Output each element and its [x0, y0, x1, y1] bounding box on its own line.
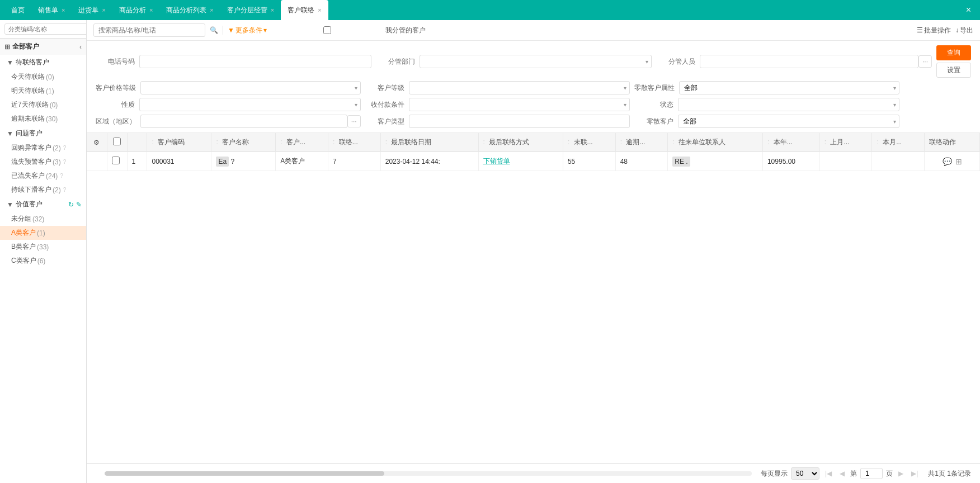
- phone-input[interactable]: [139, 55, 371, 68]
- pending-contact-group[interactable]: ▼ 待联络客户: [0, 55, 86, 70]
- retail-attr-select[interactable]: 全部: [679, 81, 899, 94]
- category-search-input[interactable]: [4, 23, 87, 35]
- grid-icon: ⊞: [4, 43, 10, 51]
- row-this-year: 10995.00: [762, 152, 819, 171]
- all-customers-header[interactable]: ⊞ 全部客户 ‹: [0, 39, 86, 55]
- filter-form: 电话号码 分管部门 ▾ 分管人员 ···: [87, 41, 980, 133]
- nature-select[interactable]: [139, 98, 361, 111]
- close-customer-tier[interactable]: ×: [271, 7, 274, 13]
- sidebar-item-overdue-contact[interactable]: 逾期未联络 (30): [0, 112, 86, 126]
- value-arrow-icon: ▼: [7, 201, 13, 209]
- table-header-settings[interactable]: ⚙: [87, 133, 107, 152]
- row-checkbox[interactable]: [112, 157, 120, 164]
- retail-attr-label: 零散客户属性: [634, 83, 675, 93]
- table-header-name[interactable]: : 客户名称: [211, 133, 276, 152]
- customer-level-select[interactable]: [409, 81, 630, 94]
- table-header-last-date[interactable]: : 最后联络日期: [380, 133, 478, 152]
- content-area: 🔍 ▼ 更多条件 ▾ 我分管的客户 ☰ 批量操作 ↓ 导出: [87, 20, 980, 483]
- sidebar-item-unclassified[interactable]: 未分组 (32): [0, 212, 86, 226]
- batch-operation-button[interactable]: ☰ 批量操作: [917, 26, 951, 35]
- nav-home[interactable]: 首页: [4, 0, 31, 20]
- sidebar-item-7days-contact[interactable]: 近7天待联络 (0): [0, 98, 86, 112]
- region-dots-button[interactable]: ···: [347, 115, 361, 127]
- problem-customer-group[interactable]: ▼ 问题客户: [0, 126, 86, 141]
- sidebar-item-class-a[interactable]: A类客户 (1): [0, 226, 86, 240]
- qr-icon-button[interactable]: ⊞: [955, 157, 962, 166]
- row-unit-contact: RE .: [668, 152, 763, 171]
- dept-select[interactable]: [420, 55, 652, 68]
- more-filter-button[interactable]: ▼ 更多条件 ▾: [228, 26, 267, 35]
- sidebar-item-declining[interactable]: 持续下滑客户 (2) ?: [0, 183, 86, 197]
- row-last-method[interactable]: 下销货单: [478, 152, 563, 171]
- table-header-last-month[interactable]: : 上月...: [819, 133, 872, 152]
- row-check: [107, 152, 127, 171]
- select-all-checkbox[interactable]: [113, 138, 121, 145]
- export-icon: ↓: [955, 26, 959, 34]
- my-customer-checkbox-area[interactable]: 我分管的客户: [271, 26, 426, 35]
- value-refresh-icon[interactable]: ↻: [68, 201, 74, 209]
- status-select[interactable]: [678, 98, 899, 111]
- filter-icon: ▼: [228, 26, 234, 34]
- filter-row-1: 电话号码 分管部门 ▾ 分管人员 ···: [96, 45, 971, 78]
- table-header-this-month[interactable]: : 本月...: [872, 133, 925, 152]
- sidebar-item-today-contact[interactable]: 今天待联络 (0): [0, 70, 86, 84]
- settings-button[interactable]: 设置: [936, 63, 971, 78]
- page-number-input[interactable]: [860, 468, 883, 479]
- manager-dots-button[interactable]: ···: [918, 55, 932, 68]
- sidebar-item-class-c[interactable]: C类客户 (6): [0, 254, 86, 268]
- row-gear: [87, 152, 107, 171]
- prev-page-button[interactable]: ◀: [837, 470, 847, 477]
- price-level-select[interactable]: [140, 81, 361, 94]
- close-product-analysis-list[interactable]: ×: [210, 7, 213, 13]
- customer-table: ⚙ : 客户编码 : 客户名称: [87, 133, 980, 171]
- close-purchase-order[interactable]: ×: [102, 7, 105, 13]
- bottom-bar: 每页显示 50 100 |◀ ◀ 第 页 ▶ ▶| 共1页 1条记录: [87, 463, 980, 483]
- sidebar-item-repurchase-abnormal[interactable]: 回购异常客户 (2) ?: [0, 141, 86, 155]
- table-header-overdue[interactable]: : 逾期...: [615, 133, 668, 152]
- table-header-last-method[interactable]: : 最后联络方式: [478, 133, 563, 152]
- retail-customer-select[interactable]: 全部: [678, 115, 899, 128]
- sidebar-item-class-b[interactable]: B类客户 (33): [0, 240, 86, 254]
- table-header-unit-contact[interactable]: : 往来单位联系人: [668, 133, 763, 152]
- table-row: 1 000031 Ea ? A类客户 7 2023-04-12 14:44: 下…: [87, 152, 980, 171]
- horizontal-scrollbar[interactable]: [105, 471, 752, 476]
- close-sales-order[interactable]: ×: [62, 7, 65, 13]
- table-header-this-year[interactable]: : 本年...: [762, 133, 819, 152]
- window-close-button[interactable]: ×: [962, 5, 976, 15]
- status-label: 状态: [634, 100, 673, 110]
- close-product-analysis[interactable]: ×: [149, 7, 153, 13]
- table-header-no-contact[interactable]: : 未联...: [563, 133, 615, 152]
- query-button[interactable]: 查询: [936, 45, 971, 60]
- last-page-button[interactable]: ▶|: [909, 470, 920, 477]
- table-header-contact[interactable]: : 联络...: [328, 133, 381, 152]
- close-customer-contact[interactable]: ×: [318, 7, 321, 13]
- nav-product-analysis[interactable]: 商品分析 ×: [112, 0, 159, 20]
- row-contact-count: 7: [328, 152, 381, 171]
- sidebar-item-churned[interactable]: 已流失客户 (24) ?: [0, 169, 86, 183]
- customer-type-label: 客户类型: [365, 117, 404, 126]
- table-header-code[interactable]: : 客户编码: [147, 133, 211, 152]
- first-page-button[interactable]: |◀: [823, 470, 834, 477]
- search-input[interactable]: [93, 23, 205, 37]
- manager-input[interactable]: [700, 55, 918, 68]
- payment-select[interactable]: [409, 98, 630, 111]
- region-input[interactable]: [140, 115, 347, 128]
- my-customer-checkbox[interactable]: [271, 26, 383, 34]
- customer-type-input[interactable]: [409, 115, 630, 128]
- next-page-button[interactable]: ▶: [896, 470, 906, 477]
- export-button[interactable]: ↓ 导出: [955, 26, 973, 35]
- nav-sales-order[interactable]: 销售单 ×: [31, 0, 72, 20]
- nav-purchase-order[interactable]: 进货单 ×: [72, 0, 112, 20]
- table-header-type[interactable]: : 客户...: [276, 133, 328, 152]
- row-overdue: 48: [615, 152, 668, 171]
- page-size-select[interactable]: 50 100: [791, 467, 819, 480]
- sidebar-item-churn-warning[interactable]: 流失预警客户 (3) ?: [0, 155, 86, 169]
- nav-product-analysis-list[interactable]: 商品分析列表 ×: [159, 0, 220, 20]
- contact-icon-button[interactable]: 💬: [943, 157, 952, 166]
- value-edit-icon[interactable]: ✎: [76, 201, 82, 209]
- nav-customer-contact[interactable]: 客户联络 ×: [281, 0, 328, 20]
- sidebar-item-tomorrow-contact[interactable]: 明天待联络 (1): [0, 84, 86, 98]
- nav-customer-tier[interactable]: 客户分层经营 ×: [220, 0, 281, 20]
- row-index: 1: [127, 152, 147, 171]
- search-button[interactable]: 🔍: [210, 26, 218, 34]
